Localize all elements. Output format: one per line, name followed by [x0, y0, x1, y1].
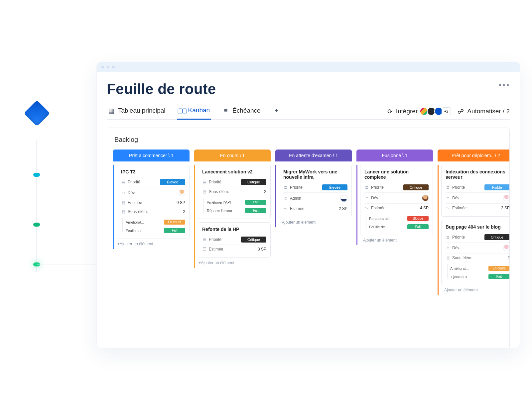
status-badge: Bloqué: [407, 216, 429, 221]
tab-kanban[interactable]: Kanban: [177, 103, 211, 120]
card-title: Lancer une solution complexe: [364, 169, 429, 180]
user-icon: [121, 190, 126, 195]
add-item-button[interactable]: +Ajouter un élément: [442, 288, 510, 292]
field-label: Estimée: [371, 206, 385, 210]
add-item-button[interactable]: +Ajouter un élément: [199, 260, 271, 265]
priority-icon: [283, 185, 288, 190]
field-label: Priorité: [452, 185, 465, 190]
robot-icon: [458, 108, 464, 115]
kanban-column-review: En attente d'examen \ 1 Migrer MyWork ve…: [275, 150, 352, 295]
subtask[interactable]: Améliorat...En cours: [126, 218, 185, 226]
card-title: Refonte de la HP: [202, 227, 266, 232]
card-title: Lancement solution v2: [202, 169, 266, 174]
column-header[interactable]: Prêt pour déploiem...\ 2: [438, 150, 510, 161]
field-label: Sous-élém.: [209, 189, 229, 194]
card-complex[interactable]: Lancer une solution complexe PrioritéCri…: [360, 165, 433, 235]
priority-badge: Critique: [484, 234, 510, 240]
user-icon: [283, 196, 288, 201]
estimate-value: 9 SP: [177, 200, 185, 205]
subitems-icon: [121, 209, 126, 214]
card-refonte-hp[interactable]: Refonte de la HP PrioritéCritique Estimé…: [198, 222, 271, 258]
estimate-value: 4 SP: [420, 206, 429, 210]
integration-more-count[interactable]: +2: [442, 107, 451, 115]
status-badge: Fait: [245, 200, 266, 205]
automate-button[interactable]: Automatiser / 2: [458, 108, 510, 115]
kanban-column-merged: Fusionné \ 1 Lancer une solution complex…: [356, 150, 433, 295]
tab-add[interactable]: [272, 104, 281, 119]
tab-deadline[interactable]: Échéance: [221, 104, 262, 119]
field-label: Dév.: [128, 190, 136, 195]
card-launch-v2[interactable]: Lancement solution v2 PrioritéCritique S…: [198, 165, 271, 219]
avatar: [422, 195, 429, 201]
tab-main-table[interactable]: Tableau principal: [107, 104, 167, 119]
field-label: Estimée: [290, 206, 304, 211]
priority-badge: Élevée: [322, 184, 347, 190]
table-icon: [108, 107, 115, 114]
integrate-icon: [387, 108, 393, 115]
priority-icon: [121, 180, 126, 184]
subtask[interactable]: Réparer l'erreurFait: [207, 206, 266, 215]
user-icon: [446, 196, 450, 200]
priority-badge: Critique: [241, 237, 266, 243]
subtree: Améliorer l'APIFait Réparer l'erreurFait: [202, 198, 266, 215]
field-label: Estimée: [128, 200, 142, 205]
field-label: Sous-élém.: [128, 209, 148, 214]
integrate-button[interactable]: Intégrer +2: [387, 107, 451, 116]
status-badge: Fait: [245, 208, 266, 213]
card-title: Migrer MyWork vers une nouvelle infra: [283, 169, 347, 180]
column-header[interactable]: En cours \ 1: [194, 150, 271, 161]
view-tabs: Tableau principal Kanban Échéance: [107, 103, 510, 120]
timeline-node: [33, 262, 40, 266]
subtask[interactable]: Feuille de...Fait: [369, 223, 429, 231]
calendar-icon: [202, 247, 207, 252]
number-icon: [283, 206, 288, 211]
field-label: Estimée: [209, 247, 223, 252]
avatar: [503, 195, 510, 201]
tab-label: Tableau principal: [118, 107, 166, 114]
column-header[interactable]: En attente d'examen \ 1: [275, 150, 352, 161]
field-label: Admin: [290, 196, 301, 201]
add-item-button[interactable]: +Ajouter un élément: [280, 220, 352, 225]
priority-badge: Élevée: [160, 179, 185, 185]
card-migrate[interactable]: Migrer MyWork vers une nouvelle infra Pr…: [279, 165, 352, 217]
estimate-icon: [121, 200, 126, 205]
column-header[interactable]: Prêt à commencer \ 1: [113, 150, 190, 161]
field-label: Priorité: [128, 180, 140, 184]
chrome-dot: [112, 66, 115, 68]
automate-label: Automatiser / 2: [467, 108, 510, 115]
field-label: Priorité: [452, 235, 465, 240]
field-label: Priorité: [290, 185, 303, 190]
chrome-dot: [101, 66, 104, 68]
priority-icon: [202, 180, 207, 184]
subtask[interactable]: Parcours util.Bloqué: [369, 214, 429, 223]
card-indexing[interactable]: Indexation des connexions serveur Priori…: [441, 165, 510, 217]
priority-icon: [364, 185, 369, 190]
add-item-button[interactable]: +Ajouter un élément: [117, 242, 190, 246]
priority-badge: Critique: [241, 179, 266, 185]
column-header[interactable]: Fusionné \ 1: [356, 150, 433, 161]
card-ipc[interactable]: IPC T3 PrioritéÉlevée Dév. Estimée9 SP S…: [117, 165, 190, 239]
number-icon: [364, 206, 369, 210]
subtask[interactable]: Feuille de...Fait: [126, 226, 185, 235]
add-item-button[interactable]: +Ajouter un élément: [361, 238, 433, 243]
subtask[interactable]: Améliorat...En cours: [450, 264, 510, 272]
timeline-branch: [37, 264, 100, 264]
tab-label: Échéance: [232, 107, 261, 114]
subitems-value: 2: [264, 189, 266, 194]
subtask[interactable]: + journauxFait: [450, 272, 510, 281]
field-label: Priorité: [371, 185, 384, 190]
field-label: Sous-élém.: [452, 255, 472, 260]
subtask[interactable]: Améliorer l'APIFait: [207, 198, 266, 206]
subtree: Parcours util.Bloqué Feuille de...Fait: [364, 214, 429, 231]
avatar: [340, 195, 347, 202]
app-window: ••• Feuille de route Tableau principal K…: [96, 62, 520, 348]
card-bug404[interactable]: Bug page 404 sur le blog PrioritéCritiqu…: [441, 220, 510, 285]
board-title: Backlog: [114, 136, 502, 144]
app-logo-hex: [13, 86, 61, 140]
kanban-icon: [178, 107, 185, 114]
avatar: [503, 245, 510, 251]
plus-icon: [273, 107, 280, 114]
subitems-value: 2: [507, 255, 510, 260]
field-label: Dév.: [371, 196, 379, 200]
more-menu-icon[interactable]: •••: [499, 81, 510, 89]
